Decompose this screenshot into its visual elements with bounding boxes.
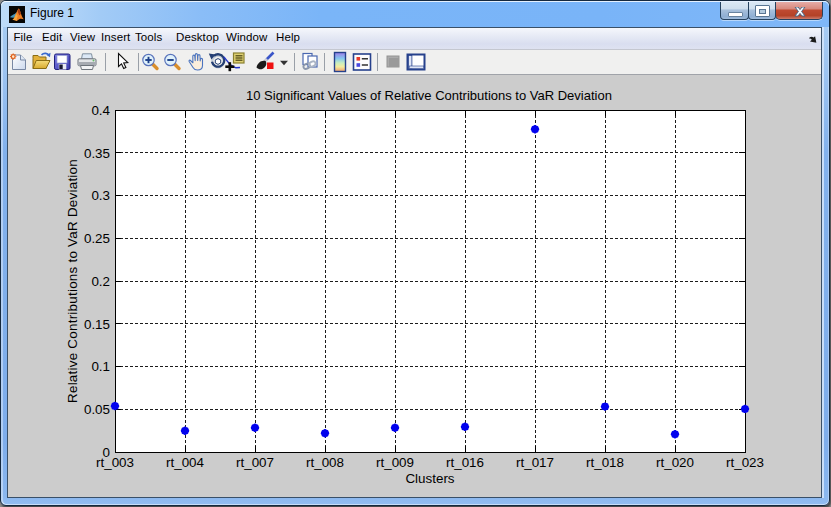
svg-text:10 Significant Values of Relat: 10 Significant Values of Relative Contri… <box>246 88 612 103</box>
svg-text:rt_023: rt_023 <box>726 455 764 470</box>
svg-text:rt_017: rt_017 <box>516 455 554 470</box>
svg-text:rt_016: rt_016 <box>446 455 484 470</box>
svg-text:rt_007: rt_007 <box>236 455 274 470</box>
svg-text:0.25: 0.25 <box>84 231 110 246</box>
svg-text:0.3: 0.3 <box>91 188 110 203</box>
svg-text:0.15: 0.15 <box>84 317 110 332</box>
svg-text:Clusters: Clusters <box>405 471 454 486</box>
svg-text:rt_020: rt_020 <box>656 455 694 470</box>
svg-text:0.1: 0.1 <box>91 359 110 374</box>
svg-text:0.4: 0.4 <box>91 103 110 118</box>
svg-text:0.05: 0.05 <box>84 402 110 417</box>
svg-text:rt_018: rt_018 <box>586 455 624 470</box>
svg-text:0.35: 0.35 <box>84 146 110 161</box>
svg-text:rt_003: rt_003 <box>96 455 134 470</box>
svg-text:rt_009: rt_009 <box>376 455 414 470</box>
svg-text:rt_004: rt_004 <box>166 455 205 470</box>
svg-text:rt_008: rt_008 <box>306 455 344 470</box>
svg-text:Relative Contributions to VaR: Relative Contributions to VaR Deviation <box>65 159 80 403</box>
svg-text:0.2: 0.2 <box>91 274 110 289</box>
